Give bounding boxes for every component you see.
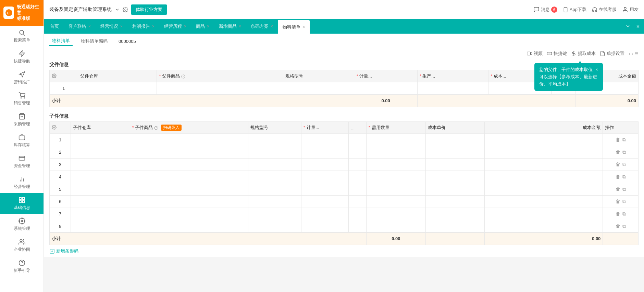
tab-new-goods-close[interactable]: ×: [239, 24, 241, 29]
delete-icon-1[interactable]: 🗑: [616, 137, 620, 143]
sidebar-item-finance[interactable]: 资金管理: [0, 151, 44, 172]
child-spec-7[interactable]: [248, 208, 301, 220]
dropdown-icon[interactable]: [114, 7, 120, 12]
tab-barcode[interactable]: 条码方案 ×: [246, 19, 278, 34]
delete-icon-6[interactable]: 🗑: [616, 199, 620, 205]
settings-icon[interactable]: [123, 7, 128, 12]
tab-operation-status-close[interactable]: ×: [120, 24, 123, 29]
sidebar-item-guide[interactable]: 新手引导: [0, 256, 44, 277]
child-spec-5[interactable]: [248, 183, 301, 196]
child-unit-cost-4[interactable]: [425, 171, 485, 183]
tab-goods[interactable]: 商品 ×: [191, 19, 214, 34]
sidebar-item-marketing[interactable]: 营销推广: [0, 68, 44, 89]
sidebar-item-inventory[interactable]: 库存核算: [0, 130, 44, 151]
sidebar-item-operation[interactable]: 经营管理: [0, 172, 44, 193]
tab-new-goods[interactable]: 新增商品 ×: [214, 19, 246, 34]
child-measure-1[interactable]: [301, 134, 349, 146]
sub-tab-bom-list[interactable]: 物料清单: [49, 36, 73, 46]
prev-icon[interactable]: ‹: [629, 51, 630, 56]
child-warehouse-4[interactable]: [71, 171, 130, 183]
child-product-5[interactable]: [130, 183, 248, 196]
tab-close-all[interactable]: ✕: [633, 24, 643, 29]
copy-icon-1[interactable]: ⧉: [622, 137, 626, 143]
sidebar-item-purchase[interactable]: 采购管理: [0, 109, 44, 130]
app-download-button[interactable]: App下载: [563, 7, 586, 13]
child-measure-2[interactable]: [301, 146, 349, 159]
tab-home[interactable]: 首页: [45, 19, 64, 34]
tab-customer-close[interactable]: ×: [88, 24, 91, 29]
child-unit-cost-2[interactable]: [425, 146, 485, 159]
sidebar-item-system[interactable]: 系统管理: [0, 214, 44, 235]
sidebar-item-quick-nav[interactable]: 快捷导航: [0, 47, 44, 68]
tab-profit[interactable]: 利润报告 ×: [127, 19, 159, 34]
child-unit-cost-8[interactable]: [425, 220, 485, 233]
parent-warehouse-cell[interactable]: [78, 82, 157, 95]
child-spec-8[interactable]: [248, 220, 301, 233]
child-spec-3[interactable]: [248, 159, 301, 171]
child-qty-1[interactable]: [367, 134, 426, 146]
child-measure-4[interactable]: [301, 171, 349, 183]
child-unit-cost-3[interactable]: [425, 159, 485, 171]
child-qty-3[interactable]: [367, 159, 426, 171]
child-qty-5[interactable]: [367, 183, 426, 196]
child-warehouse-8[interactable]: [71, 220, 130, 233]
toolbar-cost[interactable]: 提取成本: [571, 50, 596, 57]
child-spec-1[interactable]: [248, 134, 301, 146]
tab-barcode-close[interactable]: ×: [271, 24, 273, 29]
tab-goods-close[interactable]: ×: [207, 24, 209, 29]
sub-tab-bom-code[interactable]: 物料清单编码: [78, 37, 110, 46]
copy-icon-5[interactable]: ⧉: [622, 186, 626, 192]
child-qty-6[interactable]: [367, 196, 426, 208]
delete-icon-2[interactable]: 🗑: [616, 149, 620, 155]
child-measure-3[interactable]: [301, 159, 349, 171]
toolbar-setting[interactable]: 单据设置: [600, 50, 624, 57]
copy-icon-3[interactable]: ⧉: [622, 162, 626, 167]
child-warehouse-7[interactable]: [71, 208, 130, 220]
scan-badge[interactable]: 扫码录入: [161, 125, 182, 131]
child-unit-cost-5[interactable]: [425, 183, 485, 196]
copy-icon-4[interactable]: ⧉: [622, 174, 626, 180]
parent-spec-cell[interactable]: [283, 82, 354, 95]
copy-icon-7[interactable]: ⧉: [622, 211, 626, 217]
toolbar-shortcut[interactable]: 快捷键: [547, 50, 567, 57]
child-warehouse-3[interactable]: [71, 159, 130, 171]
child-unit-cost-6[interactable]: [425, 196, 485, 208]
delete-icon-8[interactable]: 🗑: [616, 223, 620, 229]
child-spec-2[interactable]: [248, 146, 301, 159]
child-measure-5[interactable]: [301, 183, 349, 196]
sidebar-item-sales[interactable]: 销售管理: [0, 89, 44, 109]
copy-icon-6[interactable]: ⧉: [622, 199, 626, 205]
experience-button[interactable]: 体验行业方案: [131, 4, 167, 15]
child-unit-cost-7[interactable]: [425, 208, 485, 220]
toolbar-view[interactable]: 视频: [527, 50, 543, 57]
child-measure-7[interactable]: [301, 208, 349, 220]
child-spec-4[interactable]: [248, 171, 301, 183]
list-icon[interactable]: ☰: [634, 51, 639, 56]
delete-icon-7[interactable]: 🗑: [616, 211, 620, 217]
child-warehouse-2[interactable]: [71, 146, 130, 159]
sidebar-item-search[interactable]: 搜索菜单: [0, 26, 44, 47]
add-row-button[interactable]: 新增条形码: [49, 248, 78, 254]
copy-icon-2[interactable]: ⧉: [622, 149, 626, 155]
tab-bar-end[interactable]: [622, 23, 633, 30]
child-product-2[interactable]: [130, 146, 248, 159]
delete-icon-4[interactable]: 🗑: [616, 174, 620, 180]
tab-profit-close[interactable]: ×: [152, 24, 154, 29]
child-product-1[interactable]: [130, 134, 248, 146]
tab-customer[interactable]: 客户联络 ×: [64, 19, 96, 34]
parent-product-cell[interactable]: [157, 82, 283, 95]
copy-icon-8[interactable]: ⧉: [622, 223, 626, 229]
child-qty-8[interactable]: [367, 220, 426, 233]
delete-icon-5[interactable]: 🗑: [616, 186, 620, 192]
tab-history[interactable]: 经营历程 ×: [159, 19, 191, 34]
child-warehouse-6[interactable]: [71, 196, 130, 208]
child-product-4[interactable]: [130, 171, 248, 183]
child-measure-8[interactable]: [301, 220, 349, 233]
child-qty-2[interactable]: [367, 146, 426, 159]
tooltip-close[interactable]: ×: [595, 66, 598, 73]
child-warehouse-5[interactable]: [71, 183, 130, 196]
child-measure-6[interactable]: [301, 196, 349, 208]
user-button[interactable]: 用友: [622, 7, 639, 13]
next-icon[interactable]: ›: [632, 51, 633, 56]
child-product-3[interactable]: [130, 159, 248, 171]
